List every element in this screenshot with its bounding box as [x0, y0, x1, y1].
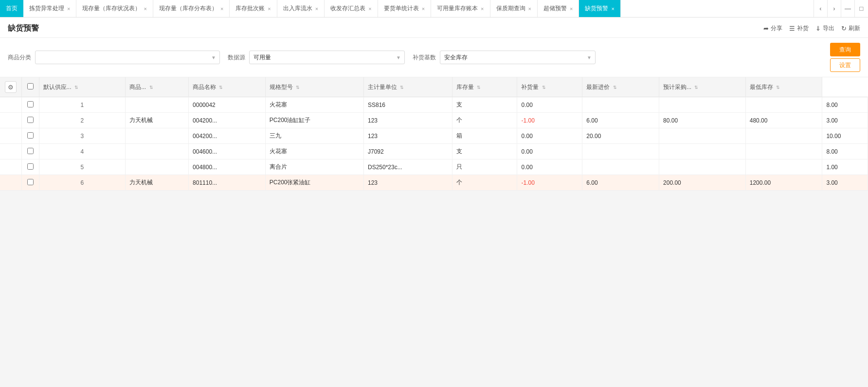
tab-summary[interactable]: 收发存汇总表 ×	[325, 0, 378, 17]
tab-scroll-right-btn[interactable]: ›	[827, 0, 841, 18]
datasource-select-wrapper: 可用量 ▼	[249, 51, 405, 64]
col-header-spec: 规格型号 ⇅	[265, 77, 363, 97]
sort-icon-latest-price: ⇅	[613, 85, 617, 90]
tab-inout-flow[interactable]: 出入库流水 ×	[277, 0, 325, 17]
cell-restock-3	[582, 144, 659, 159]
table-row: 4 004600... 火花塞 J7092 支 0.00 8.00	[0, 144, 868, 159]
tab-shelf-life[interactable]: 保质期查询 ×	[490, 0, 538, 17]
tab-home[interactable]: 首页	[0, 0, 23, 17]
cell-supplier-4	[126, 159, 189, 175]
row-checkbox-0[interactable]	[27, 101, 34, 107]
cell-unit-1: 个	[452, 113, 517, 128]
tab-close-inout-flow[interactable]: ×	[315, 6, 318, 12]
datasource-filter-group: 数据源 可用量 ▼	[228, 51, 405, 64]
tab-overstock[interactable]: 超储预警 ×	[538, 0, 579, 17]
cell-min-stock-3: 8.00	[822, 144, 868, 159]
row-checkbox-1[interactable]	[27, 117, 34, 123]
col-header-estimated-purchase: 预计采购... ⇅	[659, 77, 746, 97]
restock-icon: ☰	[789, 25, 795, 32]
tab-close-order-stats[interactable]: ×	[422, 6, 425, 12]
table-row: 2 力天机械 004200... PC200油缸缸子 123 个 -1.00 6…	[0, 113, 868, 128]
col-header-stock: 库存量 ⇅	[452, 77, 517, 97]
category-filter-group: 商品分类 ▼	[8, 51, 220, 64]
table-body: 1 0000042 火花塞 SS816 支 0.00 8.00 2 力天机械 0…	[0, 97, 868, 191]
datasource-label: 数据源	[228, 53, 245, 62]
cell-index-5: 6	[39, 175, 126, 191]
tab-close-batch-account[interactable]: ×	[268, 6, 271, 12]
cell-index-4: 5	[39, 159, 126, 175]
cell-product-code-1: 004200...	[189, 113, 266, 128]
share-action[interactable]: ➦ 分享	[763, 24, 782, 33]
tab-shortage-warning[interactable]: 缺货预警 ×	[579, 0, 620, 17]
row-checkbox-4[interactable]	[27, 163, 34, 170]
filter-actions: 查询 设置	[830, 43, 860, 72]
tab-order-stats[interactable]: 要货单统计表 ×	[378, 0, 431, 17]
row-gear-3	[0, 144, 21, 159]
cell-min-stock-1: 3.00	[822, 113, 868, 128]
row-checkbox-3[interactable]	[27, 148, 34, 154]
select-all-checkbox[interactable]	[27, 83, 34, 89]
tab-picking-exception[interactable]: 拣货异常处理 ×	[23, 0, 76, 17]
tab-close-picking-exception[interactable]: ×	[67, 6, 70, 12]
restockbase-select[interactable]: 安全库存	[440, 51, 596, 64]
tab-close-summary[interactable]: ×	[368, 6, 371, 12]
tab-close-shelf-life[interactable]: ×	[528, 6, 531, 12]
tab-close-overstock[interactable]: ×	[570, 6, 573, 12]
restockbase-filter-group: 补货基数 安全库存 ▼	[413, 51, 596, 64]
cell-latest-price-1: 80.00	[659, 113, 746, 128]
cell-supplier-2	[126, 128, 189, 144]
cell-spec-0: SS816	[363, 97, 452, 113]
cell-product-code-3: 004600...	[189, 144, 266, 159]
sort-icon-restock: ⇅	[542, 85, 546, 90]
tab-close-shortage-warning[interactable]: ×	[611, 6, 614, 12]
col-header-restock: 补货量 ⇅	[517, 77, 582, 97]
col-header-unit: 主计量单位 ⇅	[363, 77, 452, 97]
row-checkbox-5[interactable]	[27, 179, 34, 185]
cell-estimated-purchase-1: 480.00	[745, 113, 822, 128]
cell-restock-5: 6.00	[582, 175, 659, 191]
tab-bar: 首页 拣货异常处理 × 现存量（库存状况表） × 现存量（库存分布表） × 库存…	[0, 0, 868, 18]
main-content: 缺货预警 ➦ 分享 ☰ 补货 ⇓ 导出 ↻ 刷新 商品分类	[0, 18, 868, 191]
tab-stock-dist[interactable]: 现存量（库存分布表） ×	[153, 0, 230, 17]
query-button[interactable]: 查询	[830, 43, 860, 56]
tab-close-available-stock[interactable]: ×	[481, 6, 484, 12]
row-checkbox-2[interactable]	[27, 132, 34, 139]
tab-maximize-btn[interactable]: □	[854, 0, 868, 18]
gear-settings-btn[interactable]: ⚙	[5, 81, 17, 93]
tab-minimize-btn[interactable]: ―	[841, 0, 854, 18]
restock-action[interactable]: ☰ 补货	[789, 24, 809, 33]
export-action[interactable]: ⇓ 导出	[815, 24, 834, 33]
cell-estimated-purchase-0	[745, 97, 822, 113]
tab-close-stock-status[interactable]: ×	[144, 6, 146, 12]
cell-restock-2: 20.00	[582, 128, 659, 144]
cell-index-0: 1	[39, 97, 126, 113]
cell-stock-1: -1.00	[517, 113, 582, 128]
datasource-select[interactable]: 可用量	[249, 51, 405, 64]
sort-icon-unit: ⇅	[400, 85, 404, 90]
settings-button[interactable]: 设置	[830, 58, 860, 72]
col-header-supplier: 默认供应... ⇅	[39, 77, 126, 97]
category-select[interactable]	[35, 51, 220, 64]
tab-close-stock-dist[interactable]: ×	[220, 6, 223, 12]
cell-unit-5: 个	[452, 175, 517, 191]
cell-estimated-purchase-2	[745, 128, 822, 144]
table-container: ⚙ 默认供应... ⇅ 商品... ⇅ 商品名称 ⇅	[0, 77, 868, 191]
sort-icon-stock: ⇅	[477, 85, 481, 90]
sort-icon-spec: ⇅	[296, 85, 300, 90]
cell-stock-2: 0.00	[517, 128, 582, 144]
row-checkbox-cell-2	[21, 128, 39, 144]
cell-stock-5: -1.00	[517, 175, 582, 191]
tab-available-stock[interactable]: 可用量库存账本 ×	[431, 0, 490, 17]
cell-product-code-4: 004800...	[189, 159, 266, 175]
tab-scroll-left-btn[interactable]: ‹	[814, 0, 827, 18]
cell-latest-price-0	[659, 97, 746, 113]
refresh-action[interactable]: ↻ 刷新	[841, 24, 860, 33]
tab-batch-account[interactable]: 库存批次账 ×	[230, 0, 277, 17]
cell-stock-3: 0.00	[517, 144, 582, 159]
share-icon: ➦	[763, 25, 769, 32]
row-checkbox-cell-1	[21, 113, 39, 128]
cell-latest-price-3	[659, 144, 746, 159]
cell-product-name-2: 三九	[265, 128, 363, 144]
tab-stock-status[interactable]: 现存量（库存状况表） ×	[76, 0, 153, 17]
sort-icon-estimated-purchase: ⇅	[694, 85, 698, 90]
